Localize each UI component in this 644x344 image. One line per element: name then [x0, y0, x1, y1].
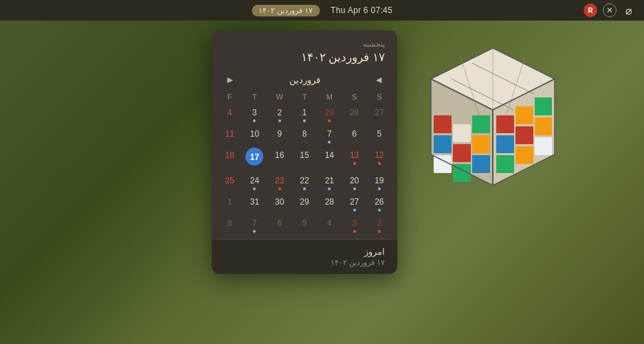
topbar-icon-user[interactable]: ⌀: [622, 3, 636, 17]
calendar-week-6: 2345678: [217, 214, 392, 235]
calendar-week-2: 567891011: [217, 124, 392, 146]
cal-cell-0-1[interactable]: 28: [342, 103, 366, 124]
cal-cell-5-6[interactable]: 8: [217, 214, 242, 235]
cal-cell-0-5[interactable]: 3: [242, 103, 267, 124]
cal-cell-2-0[interactable]: 12: [367, 146, 392, 171]
svg-rect-14: [496, 155, 514, 173]
cal-cell-3-1[interactable]: 20: [342, 171, 366, 192]
svg-rect-22: [472, 135, 490, 153]
cal-cell-0-3[interactable]: 1: [292, 103, 317, 124]
cal-cell-1-0[interactable]: 5: [367, 124, 392, 146]
cal-cell-2-1[interactable]: 13: [342, 146, 366, 171]
svg-rect-19: [472, 115, 490, 133]
cal-cell-0-0[interactable]: 27: [367, 103, 392, 124]
svg-rect-13: [535, 117, 552, 135]
calendar-header: پنجشبه ۱۷ فروردین ۱۴۰۲: [212, 30, 397, 69]
cal-cell-5-5[interactable]: 7: [242, 214, 267, 235]
cal-cell-5-3[interactable]: 5: [292, 214, 317, 235]
svg-rect-20: [434, 135, 452, 153]
calendar-full-date: ۱۷ فروردین ۱۴۰۲: [224, 50, 385, 65]
cal-cell-3-2[interactable]: 21: [317, 171, 342, 192]
cal-cell-0-4[interactable]: 2: [267, 103, 292, 124]
weekday-s1: S: [367, 91, 392, 103]
cal-cell-0-6[interactable]: 4: [217, 103, 242, 124]
svg-rect-9: [515, 106, 533, 124]
cal-cell-5-0[interactable]: 2: [367, 214, 392, 235]
cal-cell-1-4[interactable]: 9: [267, 124, 292, 146]
svg-rect-11: [496, 135, 514, 153]
calendar-grid: S S M T W T F 27282912345678910111213141…: [212, 91, 397, 239]
calendar-popup: پنجشبه ۱۷ فروردین ۱۴۰۲ ◄ فروردین ► S S M…: [212, 30, 397, 274]
cal-cell-3-0[interactable]: 19: [367, 171, 392, 192]
cal-cell-5-1[interactable]: 3: [342, 214, 366, 235]
cal-cell-1-3[interactable]: 8: [292, 124, 317, 146]
cal-cell-5-2[interactable]: 4: [317, 214, 342, 235]
weekday-s2: S: [342, 91, 366, 103]
cal-cell-0-2[interactable]: 29: [317, 103, 342, 124]
cal-cell-1-5[interactable]: 10: [242, 124, 267, 146]
calendar-month-label: فروردین: [289, 75, 320, 85]
cal-cell-4-3[interactable]: 29: [292, 192, 317, 214]
nav-next-arrow[interactable]: ►: [221, 71, 239, 88]
calendar-day-name: پنجشبه: [224, 40, 385, 49]
cal-cell-5-4[interactable]: 6: [267, 214, 292, 235]
cal-cell-3-6[interactable]: 25: [217, 171, 242, 192]
weekday-f: F: [217, 91, 242, 103]
cal-cell-2-6[interactable]: 18: [217, 146, 242, 171]
calendar-nav: ◄ فروردین ►: [212, 69, 397, 91]
svg-rect-23: [434, 155, 452, 173]
svg-rect-8: [496, 115, 514, 133]
svg-rect-10: [535, 98, 552, 115]
cal-cell-3-4[interactable]: 23: [267, 171, 292, 192]
cal-cell-4-2[interactable]: 28: [317, 192, 342, 214]
topbar: ۱۷ فروردین ۱۴۰۲ Thu Apr 6 07:45 R ✕ ⌀: [0, 0, 644, 21]
weekday-m: M: [317, 91, 342, 103]
cal-cell-2-5[interactable]: 17: [242, 146, 267, 171]
rubik-decoration: [410, 41, 603, 302]
calendar-footer[interactable]: امروز ۱۷ فروردین ۱۴۰۲: [212, 240, 397, 274]
svg-rect-12: [515, 126, 533, 144]
today-label: امروز: [224, 246, 385, 257]
cal-cell-4-6[interactable]: 1: [217, 192, 242, 214]
svg-rect-18: [453, 124, 471, 142]
cal-cell-4-1[interactable]: 27: [342, 192, 366, 214]
cal-cell-1-2[interactable]: 7: [317, 124, 342, 146]
persian-date-pill[interactable]: ۱۷ فروردین ۱۴۰۲: [252, 5, 320, 16]
cal-cell-4-0[interactable]: 26: [367, 192, 392, 214]
nav-prev-arrow[interactable]: ◄: [370, 71, 388, 88]
svg-rect-16: [535, 137, 552, 155]
cal-cell-2-3[interactable]: 15: [292, 146, 317, 171]
calendar-week-5: 2627282930311: [217, 192, 392, 214]
calendar-week-3: 12131415161718: [217, 146, 392, 171]
weekday-t1: T: [292, 91, 317, 103]
svg-rect-21: [453, 144, 471, 162]
calendar-week-4: 19202122232425: [217, 171, 392, 192]
topbar-center: ۱۷ فروردین ۱۴۰۲ Thu Apr 6 07:45: [252, 5, 392, 16]
cal-cell-2-2[interactable]: 14: [317, 146, 342, 171]
cal-cell-3-5[interactable]: 24: [242, 171, 267, 192]
cal-cell-2-4[interactable]: 16: [267, 146, 292, 171]
calendar-body: 2728291234567891011121314151617181920212…: [217, 103, 392, 235]
svg-rect-25: [472, 155, 490, 173]
weekday-t2: T: [242, 91, 267, 103]
cal-cell-1-6[interactable]: 11: [217, 124, 242, 146]
topbar-right: R ✕ ⌀: [584, 3, 636, 17]
cal-cell-4-4[interactable]: 30: [267, 192, 292, 214]
svg-rect-15: [515, 146, 533, 164]
cal-cell-1-1[interactable]: 6: [342, 124, 366, 146]
weekday-w: W: [267, 91, 292, 103]
topbar-icon-red[interactable]: R: [584, 3, 597, 17]
topbar-icon-x[interactable]: ✕: [603, 3, 617, 17]
topbar-datetime: Thu Apr 6 07:45: [331, 5, 392, 15]
cal-cell-4-5[interactable]: 31: [242, 192, 267, 214]
calendar-week-1: 2728291234: [217, 103, 392, 124]
svg-rect-17: [434, 115, 452, 133]
calendar-header-row: S S M T W T F: [217, 91, 392, 103]
today-sub: ۱۷ فروردین ۱۴۰۲: [224, 258, 385, 267]
cal-cell-3-3[interactable]: 22: [292, 171, 317, 192]
